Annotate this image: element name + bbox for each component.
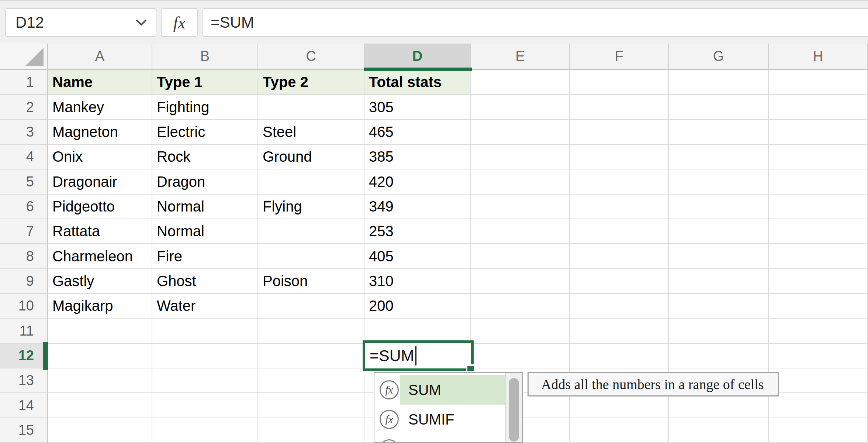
cell-D5[interactable]: 420 [364, 169, 471, 195]
row-header-9[interactable]: 9 [0, 269, 47, 294]
cell-H14[interactable] [769, 393, 868, 418]
cell-C10[interactable] [258, 294, 364, 319]
formula-bar-input[interactable]: =SUM [203, 8, 868, 37]
cell-H6[interactable] [769, 195, 868, 219]
cell-G11[interactable] [669, 319, 769, 344]
cell-A7[interactable]: Rattata [48, 219, 152, 244]
cell-C7[interactable] [258, 219, 364, 244]
row-header-12[interactable]: 12 [0, 344, 47, 368]
insert-function-button[interactable]: fx [161, 8, 198, 37]
cell-B11[interactable] [152, 319, 258, 344]
cell-C14[interactable] [258, 393, 364, 418]
cell-F15[interactable] [570, 418, 669, 443]
cell-G12[interactable] [669, 344, 769, 368]
cell-C9[interactable]: Poison [258, 269, 364, 294]
cell-F5[interactable] [570, 169, 669, 195]
cell-B3[interactable]: Electric [152, 120, 258, 145]
cell-D9[interactable]: 310 [364, 269, 471, 294]
cell-E1[interactable] [471, 70, 570, 95]
cell-E8[interactable] [471, 244, 570, 269]
cell-C11[interactable] [258, 319, 364, 344]
dropdown-scrollbar[interactable] [505, 373, 522, 442]
cell-B7[interactable]: Normal [152, 219, 258, 244]
cell-H4[interactable] [769, 145, 868, 169]
cell-H11[interactable] [769, 319, 868, 344]
cell-F8[interactable] [570, 244, 669, 269]
cell-F6[interactable] [570, 195, 669, 219]
fill-handle[interactable] [467, 366, 474, 371]
cell-G3[interactable] [669, 120, 769, 145]
row-header-10[interactable]: 10 [0, 294, 47, 319]
cell-C3[interactable]: Steel [258, 120, 364, 145]
column-header-F[interactable]: F [570, 44, 669, 69]
cell-F14[interactable] [570, 393, 669, 418]
cell-D3[interactable]: 465 [364, 120, 471, 145]
cell-F10[interactable] [570, 294, 669, 319]
cell-E4[interactable] [471, 145, 570, 169]
select-all-corner[interactable] [0, 44, 47, 69]
cell-B13[interactable] [152, 368, 258, 393]
cell-E10[interactable] [471, 294, 570, 319]
cell-E6[interactable] [471, 195, 570, 219]
cell-A4[interactable]: Onix [48, 145, 152, 169]
column-header-D[interactable]: D [364, 44, 471, 69]
cell-E3[interactable] [471, 120, 570, 145]
row-header-13[interactable]: 13 [0, 368, 47, 393]
cell-D11[interactable] [364, 319, 471, 344]
column-header-H[interactable]: H [769, 44, 868, 69]
cell-E2[interactable] [471, 95, 570, 120]
cell-A10[interactable]: Magikarp [48, 294, 152, 319]
column-header-E[interactable]: E [471, 44, 570, 69]
row-header-7[interactable]: 7 [0, 219, 47, 244]
cell-G15[interactable] [669, 418, 769, 443]
column-header-B[interactable]: B [152, 44, 258, 69]
column-header-G[interactable]: G [669, 44, 769, 69]
cell-H10[interactable] [769, 294, 868, 319]
cell-B6[interactable]: Normal [152, 195, 258, 219]
row-header-15[interactable]: 15 [0, 418, 47, 443]
cell-A11[interactable] [48, 319, 152, 344]
row-header-2[interactable]: 2 [0, 95, 47, 120]
row-header-6[interactable]: 6 [0, 195, 47, 219]
cell-F12[interactable] [570, 344, 669, 368]
column-header-A[interactable]: A [48, 44, 152, 69]
cell-G10[interactable] [669, 294, 769, 319]
cell-A8[interactable]: Charmeleon [48, 244, 152, 269]
cell-F3[interactable] [570, 120, 669, 145]
cell-A12[interactable] [48, 344, 152, 368]
cell-D6[interactable]: 349 [364, 195, 471, 219]
cell-C2[interactable] [258, 95, 364, 120]
cell-A14[interactable] [48, 393, 152, 418]
cell-C15[interactable] [258, 418, 364, 443]
cell-H8[interactable] [769, 244, 868, 269]
cell-G9[interactable] [669, 269, 769, 294]
cell-C4[interactable]: Ground [258, 145, 364, 169]
autocomplete-item-sumif[interactable]: fx SUMIF [374, 405, 522, 434]
cell-F2[interactable] [570, 95, 669, 120]
column-header-C[interactable]: C [258, 44, 364, 69]
row-header-5[interactable]: 5 [0, 169, 47, 195]
cell-B12[interactable] [152, 344, 258, 368]
cell-B15[interactable] [152, 418, 258, 443]
cell-A2[interactable]: Mankey [48, 95, 152, 120]
cell-B1[interactable]: Type 1 [152, 70, 258, 95]
row-header-8[interactable]: 8 [0, 244, 47, 269]
autocomplete-item-sumifs[interactable]: fx SUMIFS [374, 434, 522, 443]
cell-H12[interactable] [769, 344, 868, 368]
cell-H15[interactable] [769, 418, 868, 443]
chevron-down-icon[interactable] [135, 18, 148, 27]
cell-B4[interactable]: Rock [152, 145, 258, 169]
cell-F11[interactable] [570, 319, 669, 344]
autocomplete-item-sum[interactable]: fx SUM [374, 375, 522, 405]
cell-A13[interactable] [48, 368, 152, 393]
cell-G7[interactable] [669, 219, 769, 244]
cell-G4[interactable] [669, 145, 769, 169]
cell-H5[interactable] [769, 169, 868, 195]
cell-B5[interactable]: Dragon [152, 169, 258, 195]
cell-D7[interactable]: 253 [364, 219, 471, 244]
cell-E5[interactable] [471, 169, 570, 195]
cell-G2[interactable] [669, 95, 769, 120]
cell-H13[interactable] [769, 368, 868, 393]
cell-E12[interactable] [471, 344, 570, 368]
cell-B2[interactable]: Fighting [152, 95, 258, 120]
